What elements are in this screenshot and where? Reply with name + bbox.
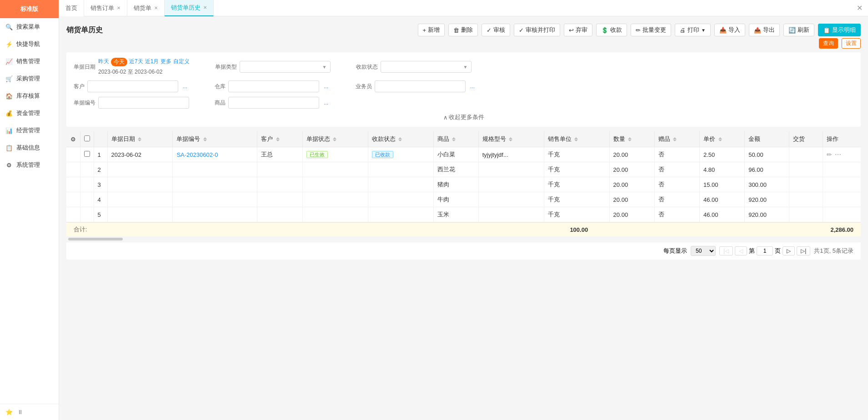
import-button[interactable]: 📥 导入 xyxy=(714,24,745,36)
shortcut-yesterday[interactable]: 昨天 xyxy=(98,58,109,66)
first-page-button[interactable]: |◁ xyxy=(719,246,733,255)
shortcut-more[interactable]: 更多 xyxy=(161,58,171,66)
orderno-input[interactable] xyxy=(98,97,189,109)
cell-unit: 千克 xyxy=(544,207,609,222)
cell-settings xyxy=(66,192,80,207)
cell-date xyxy=(107,177,173,192)
col-spec[interactable]: 规格型号 xyxy=(478,131,544,147)
tab-sales-history[interactable]: 销货单历史 ✕ xyxy=(165,0,214,16)
sidebar-item-inventory[interactable]: 🏠 库存核算 xyxy=(0,87,59,105)
col-pay-status[interactable]: 收款状态 xyxy=(368,131,433,147)
status-select[interactable]: ▼ xyxy=(381,61,472,73)
cell-orderno xyxy=(173,207,257,222)
delete-icon: 🗑 xyxy=(453,27,459,34)
close-all-tabs[interactable]: ✕ xyxy=(851,4,868,12)
shortcut-1month[interactable]: 近1月 xyxy=(145,58,159,66)
next-page-button[interactable]: ▷ xyxy=(783,246,795,255)
select-all-checkbox[interactable] xyxy=(84,135,90,141)
warehouse-input[interactable] xyxy=(228,80,319,92)
cell-settings xyxy=(66,207,80,222)
col-price[interactable]: 单价 xyxy=(699,131,744,147)
sidebar-item-finance[interactable]: 💰 资金管理 xyxy=(0,105,59,122)
col-goods[interactable]: 商品 xyxy=(433,131,478,147)
print-review-button[interactable]: ✓ 审核并打印 xyxy=(514,24,560,36)
refresh-button[interactable]: 🔄 刷新 xyxy=(783,24,814,36)
table-row: 5 玉米 千克 20.00 否 46.00 920.00 xyxy=(66,207,861,222)
tab-home-label: 首页 xyxy=(65,4,77,12)
cell-trade xyxy=(789,192,823,207)
sidebar-item-sales[interactable]: 📈 销售管理 xyxy=(0,53,59,70)
salesperson-ellipsis[interactable]: ... xyxy=(468,83,477,90)
tab-sales-delivery[interactable]: 销货单 ✕ xyxy=(127,0,165,16)
collect-button[interactable]: 💲 收款 xyxy=(596,24,627,36)
sort-goods-icon xyxy=(452,137,456,141)
settings-button[interactable]: 设置 xyxy=(842,38,861,49)
print-button[interactable]: 🖨 打印 ▼ xyxy=(675,24,711,36)
sidebar-item-system[interactable]: ⚙ 系统管理 xyxy=(0,156,59,174)
row-checkbox[interactable] xyxy=(84,151,90,157)
close-tab-sales-history[interactable]: ✕ xyxy=(203,5,207,10)
cell-trade xyxy=(789,207,823,222)
star-icon[interactable]: ⭐ xyxy=(5,409,13,415)
shortcut-7days[interactable]: 近7天 xyxy=(129,58,143,66)
customer-ellipsis[interactable]: ... xyxy=(181,83,189,90)
plus-icon: + xyxy=(423,27,426,34)
discard-icon: ↩ xyxy=(569,27,574,34)
prev-page-button[interactable]: ◁ xyxy=(735,246,747,255)
page-size-select[interactable]: 50 100 200 xyxy=(691,246,716,256)
col-unit[interactable]: 销售单位 xyxy=(544,131,609,147)
col-settings[interactable]: ⚙ xyxy=(66,131,80,147)
review-button[interactable]: ✓ 审核 xyxy=(482,24,510,36)
import-icon: 📥 xyxy=(719,27,727,34)
sales-icon: 📈 xyxy=(5,58,13,65)
query-button[interactable]: 查询 xyxy=(819,38,838,49)
sidebar-item-purchase[interactable]: 🛒 采购管理 xyxy=(0,70,59,87)
discard-button[interactable]: ↩ 弃审 xyxy=(564,24,592,36)
batch-change-button[interactable]: ✏ 批量变更 xyxy=(631,24,671,36)
type-select[interactable]: ▼ xyxy=(240,61,331,73)
pause-icon[interactable]: ⏸ xyxy=(17,409,23,415)
scroll-thumb[interactable] xyxy=(68,238,123,240)
order-no-link[interactable]: SA-20230602-0 xyxy=(176,151,218,158)
col-date[interactable]: 单据日期 xyxy=(107,131,173,147)
close-tab-sales-delivery[interactable]: ✕ xyxy=(154,5,158,10)
sidebar-item-search[interactable]: 🔍 搜索菜单 xyxy=(0,18,59,35)
cell-gift: 否 xyxy=(654,147,699,162)
purchase-icon: 🛒 xyxy=(5,75,13,82)
show-detail-button[interactable]: 📋 显示明细 xyxy=(818,24,861,36)
more-icon[interactable]: ⋯ xyxy=(835,151,841,158)
export-button[interactable]: 📤 导出 xyxy=(749,24,780,36)
salesperson-input[interactable] xyxy=(375,80,466,92)
col-customer[interactable]: 客户 xyxy=(257,131,302,147)
tab-home[interactable]: 首页 xyxy=(59,0,84,16)
cell-checkbox xyxy=(80,147,94,162)
last-page-button[interactable]: ▷| xyxy=(797,246,810,255)
col-gift[interactable]: 赠品 xyxy=(654,131,699,147)
close-tab-sales-order[interactable]: ✕ xyxy=(117,5,120,10)
col-order-status[interactable]: 单据状态 xyxy=(302,131,368,147)
delete-button[interactable]: 🗑 删除 xyxy=(448,24,478,36)
col-qty[interactable]: 数量 xyxy=(609,131,654,147)
goods-ellipsis[interactable]: ... xyxy=(322,100,330,106)
order-status-badge: 已生效 xyxy=(306,151,328,158)
search-icon: 🔍 xyxy=(5,23,13,30)
sidebar-item-operations[interactable]: 📊 经营管理 xyxy=(0,122,59,139)
cell-price: 2.50 xyxy=(699,147,744,162)
scroll-bar[interactable] xyxy=(66,236,861,242)
shortcut-custom[interactable]: 自定义 xyxy=(173,58,190,66)
filter-warehouse: 仓库 ... xyxy=(215,80,330,92)
collapse-button[interactable]: ∧ 收起更多条件 xyxy=(443,113,484,121)
goods-input[interactable] xyxy=(228,97,319,109)
col-orderno[interactable]: 单据编号 xyxy=(173,131,257,147)
edit-icon[interactable]: ✏ xyxy=(827,151,832,158)
page-input[interactable] xyxy=(757,246,773,255)
cell-seq: 3 xyxy=(94,177,107,192)
sidebar-item-quicknav[interactable]: ⚡ 快捷导航 xyxy=(0,35,59,53)
warehouse-ellipsis[interactable]: ... xyxy=(322,83,330,90)
sidebar-item-basic[interactable]: 📋 基础信息 xyxy=(0,139,59,156)
tab-sales-order[interactable]: 销售订单 ✕ xyxy=(84,0,127,16)
customer-input[interactable] xyxy=(87,80,178,92)
new-button[interactable]: + 新增 xyxy=(418,24,445,36)
shortcut-today[interactable]: 今天 xyxy=(111,58,127,66)
sort-qty-icon xyxy=(628,137,632,141)
